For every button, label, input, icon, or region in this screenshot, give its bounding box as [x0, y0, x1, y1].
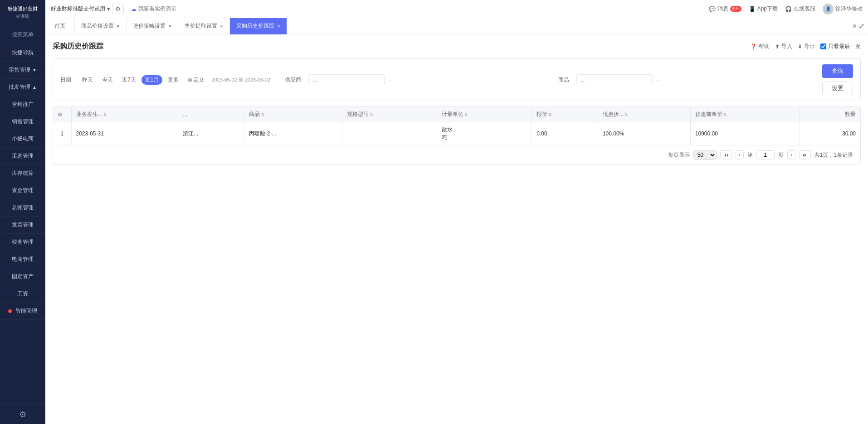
- supplier-more[interactable]: ···: [388, 77, 393, 83]
- per-page-select[interactable]: 50 100 200: [693, 150, 717, 160]
- search-menu-button[interactable]: 搜索菜单: [4, 29, 42, 40]
- th-quantity[interactable]: 数量: [800, 107, 860, 122]
- headset-icon: 🎧: [785, 6, 792, 12]
- prev-page-button[interactable]: ‹: [736, 150, 744, 159]
- sort-discount[interactable]: 优惠折... ⇅: [603, 111, 686, 118]
- user-menu[interactable]: 👤 徐泽华修改: [823, 4, 863, 14]
- sidebar-item-fixed-assets[interactable]: 固定资产: [0, 268, 45, 285]
- page-input[interactable]: [756, 150, 775, 159]
- online-service-button[interactable]: 🎧 在线客服: [785, 5, 815, 13]
- supplier-label: 供应商: [285, 76, 301, 84]
- page-actions: ❓ 帮助 ⬆ 导入 ⬇ 导出 只看最后一次: [750, 43, 861, 50]
- sidebar-item-tax[interactable]: 税务管理: [0, 234, 45, 251]
- sidebar-item-purchase[interactable]: 采购管理: [0, 148, 45, 165]
- tab-label: 进价策略设置: [133, 22, 166, 30]
- sidebar-item-label: 智能管理: [15, 307, 37, 315]
- tab-sell-price[interactable]: 售价提取设置 ×: [178, 18, 230, 34]
- logo-text: 畅捷通好业财: [4, 5, 42, 12]
- date-today-btn[interactable]: 今天: [98, 75, 117, 85]
- tab-close-button[interactable]: ×: [277, 24, 280, 29]
- sort-spec[interactable]: 规格型号 ⇅: [347, 111, 432, 118]
- sidebar-item-smart[interactable]: 智能管理: [0, 303, 45, 320]
- query-button[interactable]: 查询: [822, 64, 853, 78]
- th-original-price[interactable]: 优惠前单价 ⇅: [690, 107, 800, 122]
- per-page-label: 每页显示: [668, 151, 690, 159]
- date-yesterday-btn[interactable]: 昨天: [78, 75, 97, 85]
- sidebar-item-ledger[interactable]: 总账管理: [0, 199, 45, 217]
- sidebar-item-inventory[interactable]: 库存核算: [0, 165, 45, 182]
- export-button[interactable]: ⬇ 导出: [798, 43, 815, 50]
- sidebar-item-ecommerce-small[interactable]: 小畅电商: [0, 130, 45, 148]
- sidebar-item-label: 总账管理: [12, 204, 34, 212]
- th-date[interactable]: 业务发生... ⇅: [71, 107, 178, 122]
- product-selector[interactable]: 好业财标准版交付试用 ▾ ⚙: [51, 4, 124, 14]
- app-download-button[interactable]: 📱 App下载: [749, 5, 778, 13]
- date-range-display: 2023-05-02 至 2023-06-02: [211, 77, 270, 83]
- sidebar-item-wholesale[interactable]: 批发管理 ▲: [0, 79, 45, 96]
- last-page-button[interactable]: ⏭: [799, 150, 811, 159]
- th-extra-label: ...: [183, 111, 187, 118]
- phone-icon: 📱: [749, 6, 756, 12]
- sidebar-item-salary[interactable]: 工资: [0, 285, 45, 303]
- th-discount[interactable]: 优惠折... ⇅: [598, 107, 690, 122]
- td-index: 1: [53, 122, 71, 145]
- th-price[interactable]: 报价 ⇅: [532, 107, 598, 122]
- sidebar-item-retail[interactable]: 零售管理 ▼: [0, 62, 45, 79]
- tabs-close-button[interactable]: ×: [853, 22, 857, 30]
- demo-link[interactable]: ☁ 我要看实例演示: [131, 5, 176, 13]
- date-more-btn[interactable]: 更多: [164, 75, 182, 85]
- th-unit[interactable]: 计量单位 ⇅: [437, 107, 532, 122]
- sidebar-item-finance[interactable]: 资金管理: [0, 182, 45, 199]
- supplier-input[interactable]: [308, 74, 385, 85]
- tab-goods-price[interactable]: 商品价格设置 ×: [75, 18, 127, 34]
- sort-icon: ⇅: [464, 112, 468, 117]
- date-custom-btn[interactable]: 自定义: [184, 75, 208, 85]
- sidebar-item-marketing[interactable]: 营销推广: [0, 96, 45, 113]
- date-1month-btn[interactable]: 近1月: [141, 75, 163, 85]
- th-goods[interactable]: 商品 ⇅: [244, 107, 342, 122]
- sidebar-settings-button[interactable]: ⚙: [19, 410, 26, 419]
- table-row: 1 2023-05-31 浙江... 丙嗪酸-2-... 散水 吨 0.00 1…: [53, 122, 860, 145]
- settings-icon[interactable]: ⚙: [58, 111, 63, 118]
- online-service-label: 在线客服: [794, 5, 815, 13]
- sidebar-item-invoice[interactable]: 发票管理: [0, 217, 45, 234]
- th-settings[interactable]: ⚙: [53, 107, 71, 122]
- sidebar-item-ecommerce[interactable]: 电商管理: [0, 251, 45, 268]
- only-last-checkbox[interactable]: 只看最后一次: [820, 43, 861, 50]
- user-name: 徐泽华修改: [835, 5, 863, 13]
- date-7days-btn[interactable]: 近7天: [118, 75, 140, 85]
- sidebar-item-label: 工资: [17, 290, 28, 298]
- sort-date[interactable]: 业务发生... ⇅: [76, 111, 174, 118]
- sort-price[interactable]: 报价 ⇅: [536, 111, 593, 118]
- th-spec[interactable]: 规格型号 ⇅: [342, 107, 437, 122]
- sort-original-price[interactable]: 优惠前单价 ⇅: [695, 111, 795, 118]
- first-page-button[interactable]: ⏮: [720, 150, 732, 159]
- th-extra[interactable]: ...: [178, 107, 244, 122]
- tab-close-button[interactable]: ×: [220, 24, 223, 29]
- app-download-label: App下载: [757, 5, 778, 13]
- sort-unit[interactable]: 计量单位 ⇅: [442, 111, 527, 118]
- topbar-settings-button[interactable]: ⚙: [112, 4, 124, 14]
- product-dropdown-button[interactable]: ▾: [107, 5, 110, 12]
- sidebar-item-sales[interactable]: 销售管理: [0, 113, 45, 130]
- sidebar-item-label: 零售管理: [9, 66, 30, 74]
- sidebar-item-quick-nav[interactable]: 快捷导航: [0, 44, 45, 62]
- help-button[interactable]: ❓ 帮助: [750, 43, 770, 50]
- goods-input[interactable]: [576, 74, 653, 85]
- goods-more[interactable]: ···: [656, 77, 661, 83]
- next-page-button[interactable]: ›: [787, 150, 795, 159]
- tab-purchase-price[interactable]: 进价策略设置 ×: [127, 18, 178, 34]
- page-title: 采购历史价跟踪: [53, 42, 103, 51]
- only-last-input[interactable]: [820, 43, 826, 49]
- settings-button[interactable]: 设置: [822, 82, 853, 95]
- sort-goods[interactable]: 商品 ⇅: [249, 111, 337, 118]
- tab-close-button[interactable]: ×: [168, 24, 171, 29]
- tab-home[interactable]: 首页: [45, 18, 75, 34]
- sidebar-item-label: 采购管理: [12, 152, 34, 160]
- tab-close-button[interactable]: ×: [117, 24, 120, 29]
- messages-button[interactable]: 💬 消息 99+: [709, 5, 741, 13]
- import-button[interactable]: ⬆ 导入: [775, 43, 792, 50]
- tabs-expand-button[interactable]: ⤢: [858, 22, 864, 30]
- td-supplier: 浙江...: [178, 122, 244, 145]
- tab-purchase-history[interactable]: 采购历史价跟踪 ×: [230, 18, 287, 34]
